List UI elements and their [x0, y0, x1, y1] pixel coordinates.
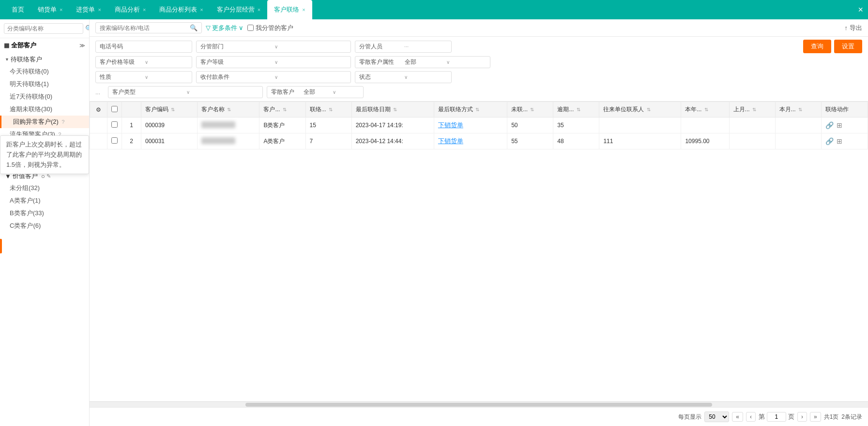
retail-customer-field[interactable]: 零散客户 全部 ∨	[267, 86, 364, 98]
price-grade-field[interactable]: 客户价格等级 ∨	[95, 56, 192, 68]
person-field[interactable]: 分管人员 ···	[355, 41, 452, 53]
sidebar-item-overdue[interactable]: 逾期未联络(30)	[0, 103, 89, 116]
payment-arrow-icon: ∨	[274, 74, 347, 80]
sidebar-item-unclassified[interactable]: 未分组(32)	[0, 182, 89, 194]
dept-field[interactable]: 分管部门 ∨	[196, 41, 351, 53]
row-checkbox-cell[interactable]	[107, 118, 122, 133]
pagination-bar: 每页显示 50 20 100 « ‹ 第 页 › » 共1页 2条记录	[90, 407, 868, 426]
row-last-month	[729, 133, 775, 149]
action-grid-icon[interactable]: ⊞	[837, 121, 842, 129]
close-purchase-tab[interactable]: ×	[98, 7, 101, 13]
window-close-button[interactable]: ×	[858, 5, 863, 15]
nav-customer-contact[interactable]: 客户联络 ×	[267, 0, 312, 19]
customer-type-field[interactable]: 客户类型 ∨	[108, 86, 263, 98]
person-more-icon[interactable]: ···	[404, 44, 447, 49]
retail-attr-field[interactable]: 零散客户属性 全部 ∨	[355, 56, 490, 68]
phone-field[interactable]: 电话号码	[95, 41, 192, 53]
export-icon: ↑	[845, 24, 848, 31]
export-button[interactable]: ↑ 导出	[845, 24, 863, 32]
col-settings[interactable]: ⚙	[90, 102, 107, 118]
last-page-button[interactable]: »	[810, 412, 821, 422]
sidebar-item-repurchase-abnormal[interactable]: 回购异常客户(2) ?	[0, 116, 89, 128]
horizontal-scrollbar[interactable]	[90, 401, 868, 407]
nav-purchase[interactable]: 进货单 ×	[69, 0, 107, 19]
nav-analysis-list[interactable]: 商品分析列表 ×	[152, 0, 210, 19]
sidebar: 🔍 ▦ 全部客户 ≫ ▼ 待联络客户 今天待联络(0) 明天待联络(1) 近7天…	[0, 19, 90, 426]
row-settings[interactable]	[90, 133, 107, 149]
sidebar-all-customers[interactable]: ▦ 全部客户 ≫	[0, 38, 89, 53]
top-nav: 首页 销货单 × 进货单 × 商品分析 × 商品分析列表 × 客户分层经营 × …	[0, 0, 868, 19]
row-cust-type: B类客户	[259, 118, 305, 133]
filter-search-input[interactable]	[100, 25, 188, 31]
per-page-select[interactable]: 50 20 100	[704, 411, 729, 422]
row-code: 000039	[141, 118, 198, 133]
close-customer-tier-tab[interactable]: ×	[258, 7, 260, 13]
filter-more-conditions[interactable]: ▽ 更多条件 ∨	[206, 24, 244, 32]
row-settings[interactable]	[90, 118, 107, 133]
content-area: 🔍 ▽ 更多条件 ∨ 我分管的客户 ↑ 导出 电话号码	[90, 19, 868, 426]
row-last-contact-method[interactable]: 下销货单	[434, 133, 507, 149]
close-customer-contact-tab[interactable]: ×	[302, 7, 305, 13]
sidebar-search-input[interactable]	[4, 23, 83, 34]
customer-grade-field[interactable]: 客户等级 ∨	[196, 56, 351, 68]
row-this-month	[775, 118, 821, 133]
row-last-contact-method[interactable]: 下销货单	[434, 118, 507, 133]
query-button[interactable]: 查询	[803, 40, 831, 53]
sidebar-item-today[interactable]: 今天待联络(0)	[0, 65, 89, 78]
nav-home[interactable]: 首页	[5, 0, 31, 19]
nav-analysis[interactable]: 商品分析 ×	[108, 0, 152, 19]
close-analysis-tab[interactable]: ×	[143, 7, 146, 13]
my-customers-checkbox[interactable]	[247, 25, 254, 31]
select-all-checkbox[interactable]	[111, 106, 118, 112]
row-this-month	[775, 133, 821, 149]
action-grid-icon[interactable]: ⊞	[837, 137, 842, 145]
first-page-button[interactable]: «	[732, 412, 743, 422]
payment-field[interactable]: 收付款条件 ∨	[196, 71, 351, 83]
close-analysis-list-tab[interactable]: ×	[200, 7, 203, 13]
sidebar-item-b-class[interactable]: B类客户(33)	[0, 207, 89, 220]
page-number-input[interactable]	[767, 412, 786, 422]
filter-bar: 🔍 ▽ 更多条件 ∨ 我分管的客户 ↑ 导出	[90, 19, 868, 37]
col-last-contact-date: 最后联络日期 ⇅	[351, 102, 434, 118]
repurchase-help-icon[interactable]: ?	[61, 119, 64, 125]
next-page-button[interactable]: ›	[797, 412, 807, 422]
filter-icon: ▽	[206, 24, 211, 31]
customer-grade-arrow-icon: ∨	[274, 59, 347, 65]
gender-field[interactable]: 性质 ∨	[95, 71, 192, 83]
nav-customer-tier[interactable]: 客户分层经营 ×	[210, 0, 267, 19]
sidebar-pending-group[interactable]: ▼ 待联络客户	[0, 53, 89, 65]
scrollbar-thumb[interactable]	[245, 403, 713, 407]
close-sales-tab[interactable]: ×	[60, 7, 62, 13]
col-checkbox[interactable]	[107, 102, 122, 118]
row-code: 000031	[141, 133, 198, 149]
row-checkbox[interactable]	[111, 121, 118, 128]
action-link-icon[interactable]: 🔗	[825, 121, 834, 129]
table-row: 2 000031 A类客户 7 2023-04-12 14:44: 下销货单 5…	[90, 133, 868, 149]
row-num: 1	[122, 118, 141, 133]
sidebar-item-a-class[interactable]: A类客户(1)	[0, 194, 89, 207]
more-dots[interactable]: ...	[95, 89, 100, 96]
nav-sales[interactable]: 销货单 ×	[31, 0, 69, 19]
row-this-year	[681, 118, 729, 133]
prev-page-button[interactable]: ‹	[746, 412, 756, 422]
collapse-icon[interactable]: ≫	[79, 43, 85, 49]
status-field[interactable]: 状态 ∨	[355, 71, 452, 83]
filter-row-2: 客户价格等级 ∨ 客户等级 ∨ 零散客户属性 全部 ∨	[95, 56, 862, 68]
row-not-contact: 55	[507, 133, 553, 149]
sidebar-item-c-class[interactable]: C类客户(6)	[0, 220, 89, 232]
action-link-icon[interactable]: 🔗	[825, 137, 834, 145]
set-button[interactable]: 设置	[834, 40, 862, 53]
row-checkbox-cell[interactable]	[107, 133, 122, 149]
contact-method-link[interactable]: 下销货单	[438, 137, 463, 145]
col-last-month: 上月... ⇅	[729, 102, 775, 118]
sidebar-item-7days[interactable]: 近7天待联络(0)	[0, 90, 89, 103]
active-indicator	[0, 239, 2, 253]
filter-search-icon[interactable]: 🔍	[190, 24, 198, 31]
col-contacts-person: 往来单位联系人 ⇅	[599, 102, 681, 118]
sidebar-search-button[interactable]: 🔍	[85, 25, 90, 32]
sidebar-item-tomorrow[interactable]: 明天待联络(1)	[0, 78, 89, 90]
filter-my-customers: 我分管的客户	[247, 24, 293, 32]
row-checkbox[interactable]	[111, 137, 118, 144]
row-last-contact-date: 2023-04-12 14:44:	[351, 133, 434, 149]
contact-method-link[interactable]: 下销货单	[438, 121, 463, 129]
